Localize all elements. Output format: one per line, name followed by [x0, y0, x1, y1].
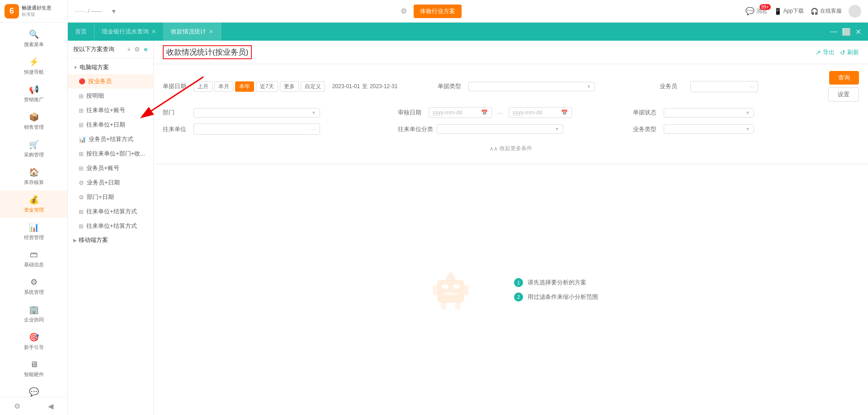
scheme-item-partner-settlement1[interactable]: ⊞ 往来单位+结算方式 [68, 204, 153, 219]
refresh-btn[interactable]: ↺ 刷新 [840, 48, 859, 57]
sidebar-item-label: 采购管理 [24, 151, 44, 158]
close-btn[interactable]: ✕ [855, 28, 861, 36]
date-btn-this-year[interactable]: 本年 [235, 81, 254, 92]
sidebar-item-basic[interactable]: 🗃 基础信息 [0, 245, 67, 273]
date-btn-last-month[interactable]: 上月 [193, 81, 212, 92]
scheme-item-partner-account[interactable]: ⊞ 往来单位+账号 [68, 103, 153, 118]
sidebar-item-system[interactable]: ⚙ 系统管理 [0, 273, 67, 300]
breadcrumb-dropdown-icon[interactable]: ▼ [111, 8, 117, 15]
partner-category-select[interactable]: ▼ [437, 124, 563, 134]
date-range-start: 2023-01-01 [332, 83, 360, 90]
side-panel-actions: + ⚙ « [127, 45, 148, 53]
sidebar-item-operation[interactable]: 📊 经营管理 [0, 218, 67, 245]
user-avatar[interactable] [849, 5, 861, 18]
sidebar-item-guide[interactable]: 🎯 新手引导 [0, 328, 67, 355]
sidebar-settings-btn[interactable]: ⚙ [14, 402, 20, 410]
page-actions: ↗ 导出 ↺ 刷新 [816, 48, 859, 57]
scheme-item-label: 按明细 [86, 92, 104, 100]
tab-bank-label: 现金银行流水查询 [102, 28, 149, 36]
logo-text: 畅捷通好生意 标准版 [22, 5, 52, 18]
scheme-item-grid-icon: ⊞ [79, 165, 84, 172]
scheme-item-dept-date[interactable]: ⚙ 部门+日期 [68, 190, 153, 204]
sidebar-item-hardware[interactable]: 🖥 智能硬件 [0, 355, 67, 382]
sidebar-item-inventory[interactable]: 🏠 库存核算 [0, 163, 67, 190]
tab-receipt[interactable]: 收款情况统计 ✕ [164, 23, 221, 41]
scheme-item-label: 业务员+账号 [86, 164, 119, 172]
scheme-settings-btn[interactable]: ⚙ [134, 46, 140, 53]
scheme-item-grid-icon: ⊞ [79, 151, 84, 157]
empty-step-1: 1 请先选择要分析的方案 [514, 278, 598, 287]
restore-btn[interactable]: ⬜ [842, 28, 851, 36]
service-btn[interactable]: 🎧 在线客服 [811, 7, 842, 15]
page-area: 按以下方案查询 + ⚙ « ▼ 电脑端方案 🔴 [68, 41, 868, 415]
partner-input[interactable]: ··· [193, 123, 320, 135]
tab-receipt-close-icon[interactable]: ✕ [209, 28, 213, 35]
scheme-group-mobile-header[interactable]: ▶ 移动端方案 [68, 233, 153, 247]
message-btn[interactable]: 💬 消息 99+ [745, 7, 767, 15]
tab-bank-close-icon[interactable]: ✕ [151, 28, 156, 35]
audit-date-start-input[interactable]: yyyy-mm-dd 📅 [429, 107, 492, 118]
main-panel: 收款情况统计(按业务员) ↗ 导出 ↺ 刷新 [154, 41, 868, 415]
filter-buttons: 查询 设置 [828, 71, 859, 102]
avatar-image [849, 5, 861, 18]
trial-btn[interactable]: 体验行业方案 [414, 5, 462, 18]
biz-type-select[interactable]: ▼ [664, 124, 754, 134]
tab-bank[interactable]: 现金银行流水查询 ✕ [94, 23, 164, 41]
app-download-btn[interactable]: 📱 App下载 [774, 7, 804, 15]
collapse-btn[interactable]: ∧∧ 收起更多条件 [490, 145, 532, 152]
tab-home[interactable]: 首页 [68, 23, 94, 41]
sidebar-item-search[interactable]: 🔍 搜索菜单 [0, 25, 67, 52]
sidebar-item-quicknav[interactable]: ⚡ 快捷导航 [0, 52, 67, 80]
salesperson-more-icon[interactable]: ··· [749, 83, 754, 90]
bill-status-select[interactable]: ▼ [664, 108, 754, 118]
svg-point-5 [448, 272, 453, 277]
sidebar-item-enterprise[interactable]: 🏢 企业协同 [0, 300, 67, 328]
message-badge: 99+ [760, 4, 771, 10]
audit-date-start-value: yyyy-mm-dd [433, 109, 462, 116]
sidebar-item-marketing[interactable]: 📢 营销推广 [0, 80, 67, 108]
date-btn-custom[interactable]: 自定义 [301, 81, 325, 92]
calendar-end-icon: 📅 [561, 109, 568, 116]
scheme-item-by-detail[interactable]: ⊞ 按明细 [68, 89, 153, 103]
sidebar-item-label: 智能硬件 [24, 371, 44, 378]
query-btn[interactable]: 查询 [829, 71, 859, 85]
page-header: 收款情况统计(按业务员) ↗ 导出 ↺ 刷新 [154, 41, 868, 64]
scheme-item-sales-account[interactable]: ⊞ 业务员+账号 [68, 161, 153, 175]
dept-select[interactable]: ▼ [193, 108, 320, 118]
topbar-settings-btn[interactable]: ⚙ [401, 7, 407, 15]
partner-more-btn[interactable]: ··· [311, 126, 316, 132]
collapse-panel-btn[interactable]: « [144, 45, 148, 53]
scheme-item-active-icon: 🔴 [79, 78, 85, 85]
salesperson-filter-item: 业务员 ··· [660, 81, 819, 92]
app-icon: 📱 [774, 8, 782, 15]
scheme-group-mobile: ▶ 移动端方案 [68, 233, 153, 247]
scheme-item-sales-settlement[interactable]: 📊 业务员+结算方式 [68, 132, 153, 146]
scheme-item-partner-dept[interactable]: ⊞ 按往来单位+部门+收... [68, 146, 153, 161]
scheme-group-desktop-header[interactable]: ▼ 电脑端方案 [68, 61, 153, 74]
scheme-item-partner-settlement2[interactable]: ⊞ 往来单位+结算方式 [68, 219, 153, 233]
scheme-item-partner-date[interactable]: ⊞ 往来单位+日期 [68, 118, 153, 132]
filter-area: 单据日期 上月 本月 本年 近7天 更多 自定义 2023-01-01 [154, 64, 868, 164]
date-btn-this-month[interactable]: 本月 [214, 81, 233, 92]
salesperson-select[interactable]: ··· [690, 81, 758, 92]
date-btn-more[interactable]: 更多 [280, 81, 299, 92]
sidebar-item-finance[interactable]: 💰 资金管理 [0, 190, 67, 218]
sidebar-item-sales[interactable]: 📦 销售管理 [0, 108, 67, 135]
export-btn[interactable]: ↗ 导出 [816, 48, 835, 57]
minimize-btn[interactable]: — [830, 28, 837, 36]
sidebar-footer: ⚙ ◀ [0, 397, 67, 415]
sidebar-collapse-btn[interactable]: ◀ [48, 402, 53, 410]
svg-rect-1 [442, 284, 448, 289]
settings-btn[interactable]: 设置 [828, 87, 859, 102]
date-btn-last7[interactable]: 近7天 [256, 81, 278, 92]
empty-step-2: 2 用过滤条件来缩小分析范围 [514, 292, 598, 302]
add-scheme-btn[interactable]: + [127, 46, 131, 53]
sidebar-item-purchase[interactable]: 🛒 采购管理 [0, 135, 67, 163]
sidebar-item-wechat[interactable]: 💬 企业微信 [0, 382, 67, 397]
svg-rect-8 [441, 302, 446, 310]
scheme-item-sales-date[interactable]: ⚙ 业务员+日期 [68, 175, 153, 190]
bill-type-select[interactable]: ▼ [468, 82, 595, 91]
empty-area: 1 请先选择要分析的方案 2 用过滤条件来缩小分析范围 [154, 164, 868, 415]
scheme-item-by-salesperson[interactable]: 🔴 按业务员 [68, 74, 153, 89]
audit-date-end-input[interactable]: yyyy-mm-dd 📅 [509, 107, 572, 118]
